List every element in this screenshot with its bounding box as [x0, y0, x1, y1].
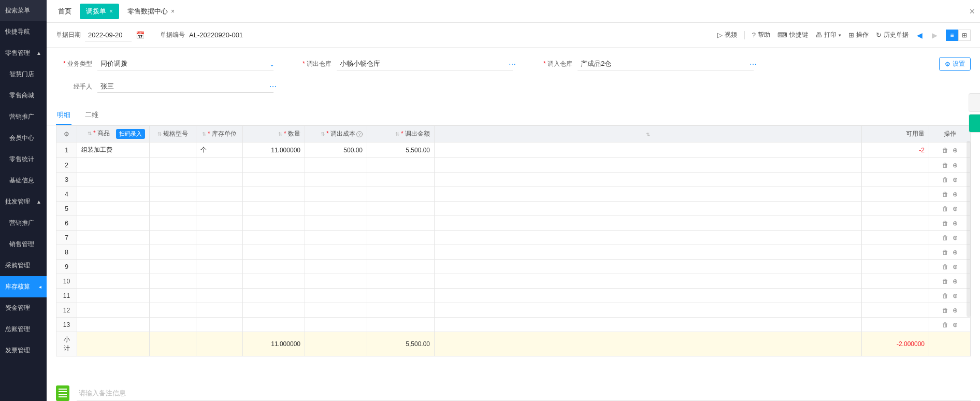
delete-row-icon[interactable]: 🗑: [942, 176, 948, 183]
sidebar-item-quick-nav[interactable]: 快捷导航: [0, 21, 47, 42]
table-row[interactable]: 5🗑⊕: [56, 202, 971, 216]
gear-icon[interactable]: ⚙: [64, 131, 69, 138]
table-row[interactable]: 1组装加工费个11.000000500.005,500.00-2🗑⊕: [56, 142, 971, 158]
delete-row-icon[interactable]: 🗑: [942, 278, 948, 285]
card-view-button[interactable]: ⊞: [958, 30, 971, 41]
sidebar-item-invoice-mgmt[interactable]: 发票管理: [0, 340, 47, 361]
sidebar-item-basic-info[interactable]: 基础信息: [0, 170, 47, 191]
col-amount[interactable]: 调出金额: [401, 130, 430, 137]
table-row[interactable]: 6🗑⊕: [56, 216, 971, 231]
table-row[interactable]: 10🗑⊕: [56, 274, 971, 289]
add-row-icon[interactable]: ⊕: [953, 292, 958, 299]
delete-row-icon[interactable]: 🗑: [942, 191, 948, 198]
delete-row-icon[interactable]: 🗑: [942, 220, 948, 227]
video-button[interactable]: ▷视频: [717, 31, 737, 39]
sidebar-item-search-menu[interactable]: 搜索菜单: [0, 0, 47, 21]
sidebar-item-smart-store[interactable]: 智慧门店: [0, 64, 47, 85]
help-button[interactable]: ?帮助: [752, 31, 770, 39]
calendar-icon[interactable]: 📅: [136, 31, 145, 39]
add-row-icon[interactable]: ⊕: [953, 147, 958, 154]
close-all-tabs-icon[interactable]: ×: [969, 6, 975, 17]
sidebar-item-wholesale-mgmt[interactable]: 批发管理▲: [0, 191, 47, 212]
help-icon[interactable]: ?: [356, 131, 363, 137]
handler-select[interactable]: [97, 80, 273, 93]
history-button[interactable]: ↻历史单据: [876, 31, 909, 39]
delete-row-icon[interactable]: 🗑: [942, 234, 948, 241]
prev-doc-button[interactable]: ◀: [916, 31, 924, 39]
sidebar-item-member-center[interactable]: 会员中心: [0, 127, 47, 149]
scan-entry-button[interactable]: 扫码录入: [116, 129, 145, 139]
in-wh-select[interactable]: [578, 58, 754, 70]
add-row-icon[interactable]: ⊕: [953, 176, 958, 183]
ops-button[interactable]: ⊞操作: [848, 31, 869, 39]
hotkey-button[interactable]: ⌨快捷键: [777, 31, 808, 39]
biz-type-select[interactable]: [97, 58, 273, 70]
out-wh-select[interactable]: [337, 58, 513, 70]
table-row[interactable]: 12🗑⊕: [56, 303, 971, 318]
col-spec[interactable]: 规格型号: [150, 126, 196, 142]
settings-button[interactable]: ⚙设置: [939, 57, 971, 71]
add-row-icon[interactable]: ⊕: [953, 249, 958, 256]
sidebar-item-marketing-2[interactable]: 营销推广: [0, 212, 47, 234]
add-row-icon[interactable]: ⊕: [953, 191, 958, 198]
sidebar-item-sales-mgmt[interactable]: 销售管理: [0, 234, 47, 255]
more-icon[interactable]: ⋯: [269, 82, 276, 91]
table-row[interactable]: 8🗑⊕: [56, 245, 971, 260]
delete-row-icon[interactable]: 🗑: [942, 249, 948, 256]
delete-row-icon[interactable]: 🗑: [942, 307, 948, 314]
tab-retail-data-center[interactable]: 零售数据中心×: [121, 4, 181, 19]
delete-row-icon[interactable]: 🗑: [942, 263, 948, 270]
col-blank[interactable]: [435, 126, 862, 142]
table-row[interactable]: 2🗑⊕: [56, 158, 971, 173]
chevron-down-icon[interactable]: ⌄: [269, 61, 275, 68]
delete-row-icon[interactable]: 🗑: [942, 205, 948, 212]
delete-row-icon[interactable]: 🗑: [942, 321, 948, 328]
more-icon[interactable]: ⋯: [750, 60, 756, 68]
table-row[interactable]: 13🗑⊕: [56, 318, 971, 332]
subtab-2d[interactable]: 二维: [84, 106, 99, 125]
add-row-icon[interactable]: ⊕: [953, 205, 958, 212]
sidebar-item-purchase-mgmt[interactable]: 采购管理: [0, 255, 47, 276]
scrollbar[interactable]: [967, 141, 971, 317]
table-row[interactable]: 4🗑⊕: [56, 187, 971, 202]
add-row-icon[interactable]: ⊕: [953, 263, 958, 270]
tab-transfer-order[interactable]: 调拨单×: [80, 4, 119, 19]
table-row[interactable]: 7🗑⊕: [56, 231, 971, 245]
add-row-icon[interactable]: ⊕: [953, 220, 958, 227]
sidebar-item-inventory[interactable]: 库存核算◂: [0, 276, 47, 297]
sidebar-item-fund-mgmt[interactable]: 资金管理: [0, 297, 47, 319]
sidebar-item-ledger-mgmt[interactable]: 总账管理: [0, 319, 47, 340]
note-icon[interactable]: [56, 385, 69, 401]
col-qty[interactable]: 数量: [284, 130, 300, 137]
subtab-detail[interactable]: 明细: [56, 106, 71, 125]
sidebar-item-marketing[interactable]: 营销推广: [0, 106, 47, 127]
sidebar-item-retail-mall[interactable]: 零售商城: [0, 85, 47, 106]
tab-home[interactable]: 首页: [52, 4, 78, 19]
table-row[interactable]: 3🗑⊕: [56, 173, 971, 187]
float-tab-1[interactable]: [969, 93, 980, 112]
close-icon[interactable]: ×: [171, 8, 175, 15]
add-row-icon[interactable]: ⊕: [953, 278, 958, 285]
remark-input[interactable]: [77, 386, 971, 400]
more-icon[interactable]: ⋯: [509, 60, 515, 68]
doc-date-input[interactable]: [85, 29, 132, 41]
sidebar-item-retail-stats[interactable]: 零售统计: [0, 149, 47, 170]
table-row[interactable]: 11🗑⊕: [56, 289, 971, 303]
col-avail[interactable]: 可用量: [862, 126, 929, 142]
list-view-button[interactable]: ≡: [946, 30, 958, 41]
print-button[interactable]: 🖶打印▾: [815, 31, 841, 39]
add-row-icon[interactable]: ⊕: [953, 234, 958, 241]
delete-row-icon[interactable]: 🗑: [942, 292, 948, 299]
col-product[interactable]: 商品: [93, 130, 110, 137]
next-doc-button[interactable]: ▶: [931, 31, 939, 39]
float-tab-2[interactable]: [969, 114, 980, 133]
table-row[interactable]: 9🗑⊕: [56, 260, 971, 274]
close-icon[interactable]: ×: [109, 8, 113, 15]
sidebar-item-retail-mgmt[interactable]: 零售管理▲: [0, 42, 47, 64]
col-unit[interactable]: 库存单位: [208, 130, 237, 137]
add-row-icon[interactable]: ⊕: [953, 321, 958, 328]
delete-row-icon[interactable]: 🗑: [942, 162, 948, 169]
col-cost[interactable]: 调出成本: [326, 130, 355, 137]
delete-row-icon[interactable]: 🗑: [942, 147, 948, 154]
add-row-icon[interactable]: ⊕: [953, 307, 958, 314]
